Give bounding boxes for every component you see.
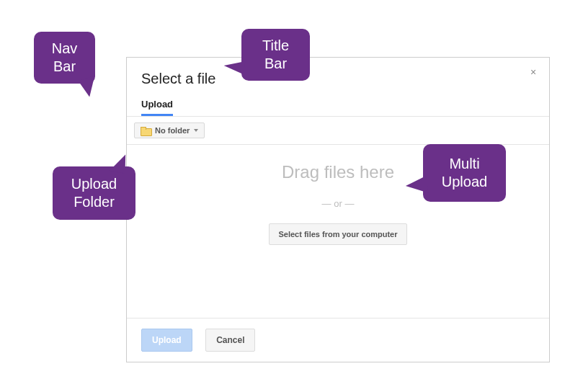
callout-nav-bar: Nav Bar (34, 32, 95, 84)
callout-title-bar: Title Bar (241, 29, 310, 81)
dialog-header: Select a file × (127, 58, 549, 96)
callout-label: Nav Bar (44, 40, 85, 76)
dialog-title: Select a file (141, 71, 215, 86)
file-picker-dialog: Select a file × Upload No folder Drag fi… (126, 57, 550, 362)
close-icon[interactable]: × (526, 65, 540, 79)
folder-label: No folder (155, 126, 190, 135)
callout-label: Upload Folder (63, 175, 125, 211)
callout-label: Multi Upload (433, 155, 496, 191)
toolbar: No folder (127, 117, 549, 145)
dialog-footer: Upload Cancel (127, 318, 549, 362)
cancel-button[interactable]: Cancel (205, 329, 255, 352)
folder-icon (141, 127, 151, 135)
folder-select-button[interactable]: No folder (134, 122, 205, 138)
upload-button[interactable]: Upload (141, 329, 192, 352)
tabs-bar: Upload (127, 96, 549, 116)
callout-tail-icon (79, 76, 101, 99)
select-files-button[interactable]: Select files from your computer (269, 223, 406, 245)
callout-tail-icon (110, 152, 128, 173)
callout-upload-folder: Upload Folder (53, 166, 135, 220)
callout-label: Title Bar (252, 37, 300, 73)
callout-multi-upload: Multi Upload (423, 144, 506, 202)
tab-upload[interactable]: Upload (141, 96, 173, 116)
chevron-down-icon (194, 129, 198, 132)
callout-tail-icon (404, 176, 428, 196)
